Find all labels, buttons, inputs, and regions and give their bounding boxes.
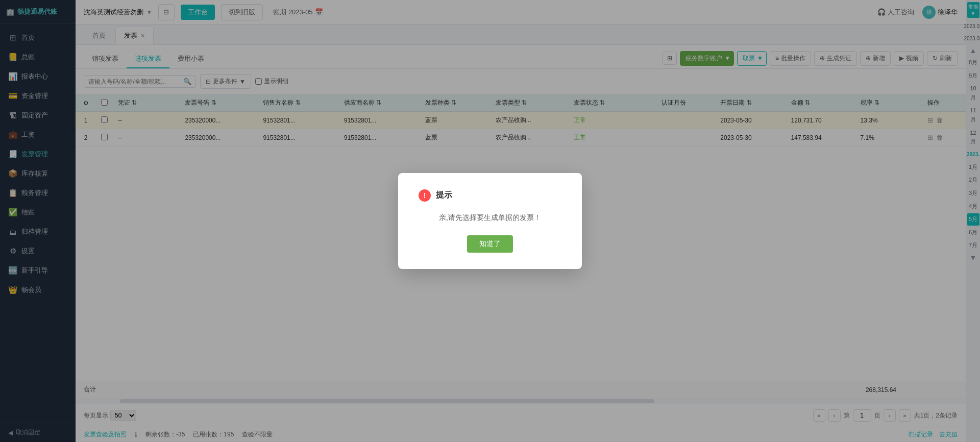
warning-symbol: !	[424, 191, 426, 200]
modal-message: 亲,请先选择要生成单据的发票！	[419, 212, 561, 223]
modal-overlay[interactable]: ! 提示 亲,请先选择要生成单据的发票！ 知道了	[0, 0, 980, 442]
alert-modal: ! 提示 亲,请先选择要生成单据的发票！ 知道了	[398, 173, 582, 269]
modal-footer: 知道了	[419, 235, 561, 253]
modal-confirm-button[interactable]: 知道了	[467, 235, 513, 253]
warning-icon: !	[419, 189, 431, 202]
modal-title: 提示	[436, 190, 452, 201]
modal-title-row: ! 提示	[419, 189, 561, 202]
